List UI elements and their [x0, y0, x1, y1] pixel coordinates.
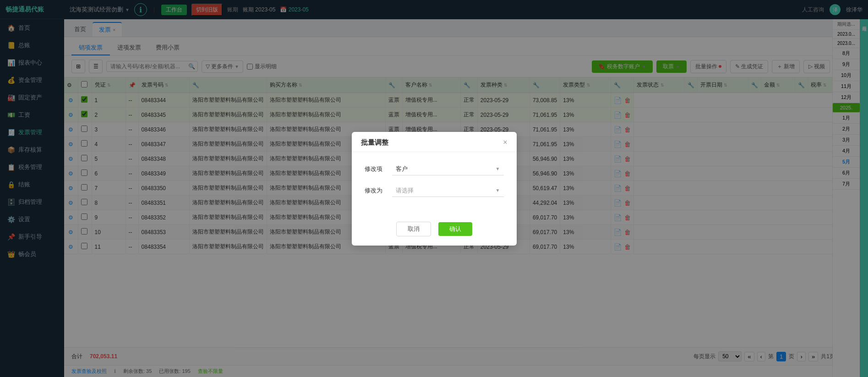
to-dropdown-arrow: ▼: [496, 188, 500, 193]
modal-footer: 取消 确认: [352, 217, 517, 246]
modify-to-label: 修改为: [365, 186, 392, 195]
modal-header: 批量调整 ×: [352, 132, 517, 152]
confirm-button[interactable]: 确认: [438, 222, 472, 236]
modify-to-select[interactable]: 请选择 ▼: [392, 185, 504, 197]
modify-field-row: 修改项 客户 ▼: [365, 163, 504, 175]
modify-field-label: 修改项: [365, 165, 392, 173]
modal-close-button[interactable]: ×: [503, 138, 507, 147]
field-dropdown-arrow: ▼: [496, 166, 500, 171]
modal-overlay[interactable]: 批量调整 × 修改项 客户 ▼ 修改为 请选择 ▼ 取消 确认: [0, 0, 868, 377]
modal-body: 修改项 客户 ▼ 修改为 请选择 ▼: [352, 152, 517, 217]
modify-to-row: 修改为 请选择 ▼: [365, 185, 504, 197]
modal-title: 批量调整: [361, 138, 388, 147]
cancel-button[interactable]: 取消: [396, 222, 431, 236]
modify-field-select[interactable]: 客户 ▼: [392, 163, 504, 175]
batch-adjust-modal: 批量调整 × 修改项 客户 ▼ 修改为 请选择 ▼ 取消 确认: [352, 132, 517, 246]
